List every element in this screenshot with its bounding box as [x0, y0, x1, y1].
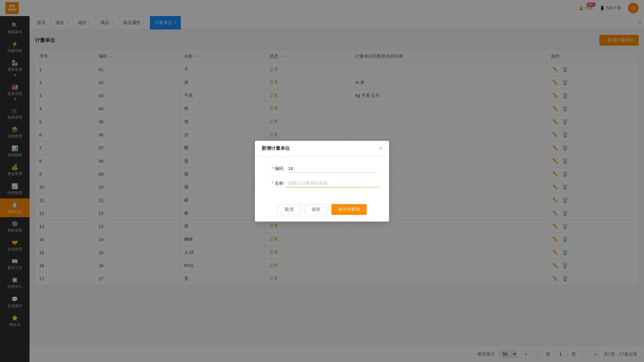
cancel-button[interactable]: 取消	[278, 204, 301, 215]
code-input[interactable]	[286, 165, 379, 173]
modal-overlay: 新增计量单位 × 编码 名称 取消 保存 保存并新增	[0, 0, 644, 362]
form-row-code: 编码	[265, 165, 379, 173]
name-input[interactable]	[286, 179, 379, 187]
save-and-add-button[interactable]: 保存并新增	[331, 204, 367, 215]
modal-title: 新增计量单位	[262, 145, 290, 152]
modal-footer: 取消 保存 保存并新增	[255, 201, 389, 222]
add-unit-modal: 新增计量单位 × 编码 名称 取消 保存 保存并新增	[255, 141, 389, 222]
save-button[interactable]: 保存	[305, 204, 327, 215]
form-row-name: 名称	[265, 179, 379, 187]
code-label: 编码	[265, 166, 283, 172]
name-label: 名称	[265, 180, 283, 186]
modal-close-btn[interactable]: ×	[379, 145, 382, 152]
modal-header: 新增计量单位 ×	[255, 141, 389, 157]
modal-body: 编码 名称	[255, 157, 389, 201]
